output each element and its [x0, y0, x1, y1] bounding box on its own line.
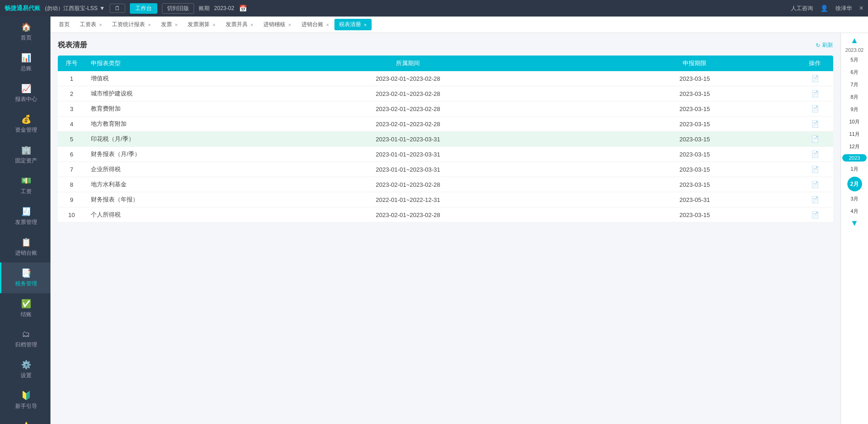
action-icon[interactable]: 📄 [811, 196, 819, 203]
tax-icon: 📑 [21, 268, 31, 278]
tab-salary-report[interactable]: 工资统计报表 × [107, 19, 155, 30]
workspace-btn[interactable]: 工作台 [130, 3, 157, 14]
period-month-12[interactable]: 12月 [841, 140, 868, 153]
home-icon: 🏠 [21, 22, 31, 32]
sidebar-item-ledger[interactable]: 📊 总账 [0, 47, 50, 78]
copy-btn[interactable]: 🗒 [110, 4, 125, 13]
period-month-1[interactable]: 1月 [841, 163, 868, 175]
cell-period: 2023-02-01~2023-02-28 [223, 71, 593, 86]
sidebar-item-invoice[interactable]: 🧾 发票管理 [0, 201, 50, 232]
assets-icon: 🏢 [21, 145, 31, 155]
cell-type: 增值税 [85, 71, 223, 86]
tab-in-audit[interactable]: 进销稽核 × [259, 19, 295, 30]
period-month-10[interactable]: 10月 [841, 116, 868, 128]
cell-action[interactable]: 📄 [796, 192, 833, 207]
tab-invoice[interactable]: 发票 × [156, 19, 182, 30]
tab-salary[interactable]: 工资表 × [75, 19, 106, 30]
period-month-8[interactable]: 8月 [841, 91, 868, 103]
year-2023-badge[interactable]: 2023 [842, 154, 867, 162]
tab-invoice-calc[interactable]: 发票测算 × [183, 19, 220, 30]
capital-icon: 💰 [21, 114, 31, 124]
tab-close-invoice-calc[interactable]: × [212, 22, 215, 28]
refresh-btn[interactable]: ↻ 刷新 [816, 41, 833, 49]
tab-close-in-ledger[interactable]: × [326, 22, 329, 28]
cell-deadline: 2023-05-31 [593, 192, 796, 207]
cell-deadline: 2023-03-15 [593, 71, 796, 86]
cell-seq: 3 [58, 101, 85, 117]
sidebar-item-settings[interactable]: ⚙️ 设置 [0, 354, 50, 385]
period-month-5[interactable]: 5月 [841, 54, 868, 66]
action-icon[interactable]: 📄 [811, 135, 819, 143]
tab-home[interactable]: 首页 [54, 19, 74, 30]
cell-action[interactable]: 📄 [796, 177, 833, 192]
sidebar-label-invoice: 发票管理 [15, 218, 37, 226]
cell-action[interactable]: 📄 [796, 71, 833, 86]
action-icon[interactable]: 📄 [811, 151, 819, 158]
tab-close-tax-list[interactable]: × [364, 22, 367, 28]
period-month-9[interactable]: 9月 [841, 103, 868, 116]
content-area: 首页 工资表 × 工资统计报表 × 发票 × 发票测算 × 发票开具 × 进销稽… [50, 17, 868, 424]
period-month-4[interactable]: 4月 [841, 205, 868, 218]
cell-action[interactable]: 📄 [796, 132, 833, 147]
cell-deadline: 2023-03-15 [593, 132, 796, 147]
table-row: 2 城市维护建设税 2023-02-01~2023-02-28 2023-03-… [58, 86, 833, 101]
sidebar-item-assets[interactable]: 🏢 固定资产 [0, 139, 50, 170]
switch-old-btn[interactable]: 切到旧版 [162, 3, 194, 14]
period-month-6[interactable]: 6月 [841, 66, 868, 78]
action-icon[interactable]: 📄 [811, 181, 819, 188]
cell-seq: 8 [58, 177, 85, 192]
cell-action[interactable]: 📄 [796, 117, 833, 132]
cell-action[interactable]: 📄 [796, 162, 833, 177]
top-bar: 畅捷通易代账 (勿动）江西股宝-LSS ▼ 🗒 工作台 切到旧版 账期 2023… [0, 0, 868, 17]
tab-tax-list[interactable]: 税表清册 × [334, 19, 371, 30]
tab-close-invoice-open[interactable]: × [250, 22, 253, 28]
period-month-2-active[interactable]: 2月 [847, 177, 862, 191]
vip-icon: ⭐ [21, 421, 31, 424]
period-month-7[interactable]: 7月 [841, 78, 868, 91]
tab-close-salary[interactable]: × [99, 22, 102, 28]
ledger-icon: 📊 [21, 53, 31, 63]
sidebar-item-tax[interactable]: 📑 税务管理 [0, 262, 50, 293]
username[interactable]: 徐泽华 [835, 5, 852, 12]
action-icon[interactable]: 📄 [811, 105, 819, 112]
tab-in-ledger[interactable]: 进销台账 × [297, 19, 334, 30]
sidebar-item-salary[interactable]: 💵 工资 [0, 170, 50, 201]
action-icon[interactable]: 📄 [811, 166, 819, 173]
sidebar-label-tax: 税务管理 [15, 280, 37, 288]
tab-invoice-open[interactable]: 发票开具 × [221, 19, 258, 30]
period-down-btn[interactable]: ▼ [850, 218, 860, 229]
period-up-btn[interactable]: ▲ [850, 35, 860, 46]
company-selector[interactable]: (勿动）江西股宝-LSS ▼ [45, 5, 105, 12]
top-bar-right: 人工咨询 👤 徐泽华 × [791, 4, 863, 12]
cell-action[interactable]: 📄 [796, 86, 833, 101]
period-month-3[interactable]: 3月 [841, 193, 868, 205]
window-close-btn[interactable]: × [859, 4, 863, 12]
sidebar-item-settle[interactable]: ✅ 结账 [0, 293, 50, 324]
action-icon[interactable]: 📄 [811, 75, 819, 82]
cell-action[interactable]: 📄 [796, 101, 833, 117]
action-icon[interactable]: 📄 [811, 211, 819, 218]
cell-seq: 6 [58, 147, 85, 162]
table-row: 7 企业所得税 2023-01-01~2023-03-31 2023-03-15… [58, 162, 833, 177]
table-row: 10 个人所得税 2023-02-01~2023-02-28 2023-03-1… [58, 207, 833, 223]
tab-close-invoice[interactable]: × [175, 22, 178, 28]
cell-deadline: 2023-03-15 [593, 177, 796, 192]
sidebar-item-capital[interactable]: 💰 资金管理 [0, 109, 50, 139]
cell-action[interactable]: 📄 [796, 207, 833, 223]
action-icon[interactable]: 📄 [811, 120, 819, 128]
sidebar-item-vip[interactable]: ⭐ 畅会员 [0, 416, 50, 424]
sidebar-item-report[interactable]: 📈 报表中心 [0, 78, 50, 109]
cell-period: 2023-02-01~2023-02-28 [223, 117, 593, 132]
tab-close-salary-report[interactable]: × [148, 22, 150, 28]
sidebar-item-home[interactable]: 🏠 首页 [0, 17, 50, 47]
sidebar-item-reconcile[interactable]: 📋 进销台账 [0, 232, 50, 262]
cell-action[interactable]: 📄 [796, 147, 833, 162]
sidebar-item-newbie[interactable]: 🔰 新手引导 [0, 385, 50, 416]
cell-seq: 9 [58, 192, 85, 207]
ai-consult[interactable]: 人工咨询 [791, 5, 813, 12]
tab-close-in-audit[interactable]: × [288, 22, 291, 28]
calendar-icon[interactable]: 📅 [239, 5, 247, 12]
sidebar-item-archive[interactable]: 🗂 归档管理 [0, 324, 50, 354]
action-icon[interactable]: 📄 [811, 90, 819, 97]
period-month-11[interactable]: 11月 [841, 128, 868, 140]
